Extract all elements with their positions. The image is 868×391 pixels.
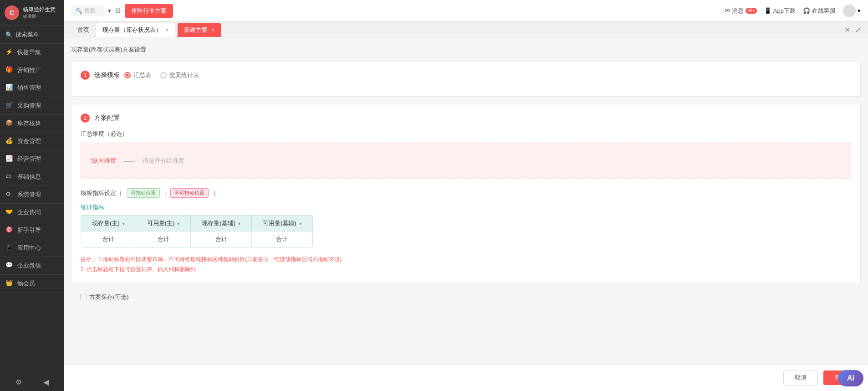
collapse-icon[interactable]: ◀: [43, 378, 49, 386]
tip-1: 1.拖动标题栏可以调整布局，不可跨维度或指标区域拖动栏目(只能在同一维度或指标区…: [98, 256, 342, 262]
sidebar-item-app-center[interactable]: 📱 应用中心: [0, 239, 64, 257]
dropdown-chevron: ▾: [108, 7, 111, 14]
sidebar-item-label: 畅会员: [17, 279, 35, 288]
download-icon: 📱: [764, 7, 771, 14]
radio-cross[interactable]: 交叉统计表: [160, 71, 199, 79]
col4-sub: 合计: [252, 232, 312, 247]
indicator-table: 现存量(主) ▾ 可用量(主) ▾: [81, 215, 313, 247]
sidebar-item-wechat[interactable]: 💬 企业微信: [0, 257, 64, 275]
message-icon: ✉: [725, 7, 730, 14]
trial-btn[interactable]: 体验行业方案: [125, 4, 173, 18]
save-option-area: 方案保存(可选): [71, 288, 861, 307]
messages-label: 消息: [732, 7, 744, 15]
finance-icon: 💰: [5, 137, 14, 145]
indicator-settings-label: 模板指标设定（ 可拖动位置 | 不可拖动位置 ）: [81, 188, 851, 198]
ai-badge[interactable]: Ai: [838, 370, 863, 386]
col-header-1[interactable]: 现存量(主) ▾: [81, 216, 136, 232]
enterprise-icon: 🤝: [5, 208, 14, 216]
col4-label: 可用量(基辅): [263, 219, 296, 227]
search-label: 搜索菜单: [15, 31, 39, 39]
sidebar-item-basic-info[interactable]: 🗂 基础信息: [0, 168, 64, 186]
step2-title: 方案配置: [94, 114, 120, 122]
tips-title-text: 提示：: [81, 256, 97, 262]
sidebar-item-finance[interactable]: 💰 资金管理: [0, 133, 64, 150]
topbar-search[interactable]: 🔍 搜索...: [71, 5, 104, 16]
close-window-btn[interactable]: ✕: [844, 26, 850, 34]
vertical-dimension-label: *纵向维度: [90, 157, 116, 165]
inventory-icon: 📦: [5, 119, 14, 128]
settings-bottom-icon[interactable]: ⚙: [15, 378, 22, 386]
indicator-label-suffix: ）: [213, 189, 219, 197]
sidebar-item-quick-nav[interactable]: ⚡ 快捷导航: [0, 44, 64, 62]
col-header-3[interactable]: 现存量(基辅) ▾: [191, 216, 252, 232]
sidebar-item-label: 销售管理: [17, 84, 41, 92]
purchase-icon: 🛒: [5, 102, 14, 110]
sidebar-item-operations[interactable]: 📈 经营管理: [0, 150, 64, 168]
stats-section-title: 统计指标: [81, 203, 851, 211]
sidebar-item-sales[interactable]: 📊 销售管理: [0, 79, 64, 97]
search-placeholder: 搜索...: [84, 7, 100, 15]
app-download-btn[interactable]: 📱 App下载: [764, 7, 796, 15]
page-title: 现存量(库存状况表)方案设置: [71, 46, 861, 54]
expand-window-btn[interactable]: ⤢: [855, 26, 861, 34]
col-header-4[interactable]: 可用量(基辅) ▾: [252, 216, 312, 232]
messages-badge: 99+: [745, 8, 757, 14]
dimension-drop-area[interactable]: *纵向维度 —— 请选择分组维度: [81, 143, 851, 179]
search-icon: 🔍: [76, 8, 82, 14]
indicator-label-text: 模板指标设定（: [81, 189, 122, 197]
step2-header: 2 方案配置: [81, 113, 851, 123]
step1-title: 选择模板: [94, 71, 120, 79]
step2-card: 2 方案配置 汇总维度（必选） *纵向维度 —— 请选择分组维度 模板指标设定（…: [71, 104, 861, 284]
col2-sub: 合计: [136, 232, 191, 247]
col-header-2[interactable]: 可用量(主) ▾: [136, 216, 191, 232]
step1-header: 1 选择模板 汇总表 交叉统计表: [81, 71, 851, 80]
sidebar-nav: 🔍 搜索菜单 ⚡ 快捷导航 🎁 营销推广 📊 销售管理 🛒 采购管理 📦 库存核…: [0, 26, 64, 373]
save-checkbox-label[interactable]: 方案保存(可选): [80, 293, 129, 301]
sidebar-item-label: 经营管理: [17, 155, 41, 163]
col3-chevron: ▾: [238, 221, 240, 226]
cancel-button[interactable]: 取消: [783, 370, 818, 386]
sidebar-item-marketing[interactable]: 🎁 营销推广: [0, 62, 64, 79]
tab-new-close[interactable]: ×: [211, 27, 214, 33]
save-checkbox[interactable]: [80, 294, 87, 300]
customer-service-label: 在线客服: [812, 7, 836, 15]
sidebar-item-member[interactable]: 👑 畅会员: [0, 275, 64, 293]
basic-info-icon: 🗂: [5, 173, 14, 181]
tab-inventory-status[interactable]: 现存量（库存状况表） ×: [96, 23, 175, 37]
user-profile[interactable]: ▾: [843, 5, 861, 17]
col4-chevron: ▾: [299, 221, 301, 226]
topbar: 🔍 搜索... ▾ ⚙ 体验行业方案 ✉ 消息 99+ 📱 App下载 🎧 在线…: [64, 0, 868, 22]
columns-table: 现存量(主) ▾ 可用量(主) ▾: [81, 216, 312, 247]
col2-label: 可用量(主): [147, 219, 175, 227]
quick-nav-icon: ⚡: [5, 48, 14, 57]
sidebar-search[interactable]: 🔍 搜索菜单: [0, 26, 64, 44]
sales-icon: 📊: [5, 84, 14, 92]
dimension-dash: ——: [123, 158, 135, 165]
radio-cross-dot: [160, 72, 167, 78]
topbar-right: ✉ 消息 99+ 📱 App下载 🎧 在线客服 ▾: [725, 5, 861, 17]
sidebar-item-inventory[interactable]: 📦 库存核算: [0, 115, 64, 133]
sidebar-item-label: 应用中心: [17, 244, 41, 252]
customer-service-btn[interactable]: 🎧 在线客服: [803, 7, 836, 15]
messages-btn[interactable]: ✉ 消息 99+: [725, 7, 757, 15]
sidebar-bottom: ⚙ ◀: [0, 373, 64, 391]
service-icon: 🎧: [803, 7, 810, 14]
sidebar-item-enterprise[interactable]: 🤝 企业协同: [0, 204, 64, 221]
tab-home-label: 首页: [77, 26, 89, 34]
member-icon: 👑: [5, 279, 14, 288]
tab-new-scheme[interactable]: 新建方案 ×: [177, 23, 221, 37]
tab-inventory-close[interactable]: ×: [165, 27, 168, 33]
tab-home[interactable]: 首页: [71, 23, 96, 37]
topbar-dropdown[interactable]: ▾: [108, 7, 111, 14]
sidebar-item-system[interactable]: ⚙ 系统管理: [0, 186, 64, 204]
radio-summary[interactable]: 汇总表: [124, 71, 151, 79]
no-drag-badge: 不可拖动位置: [170, 188, 209, 198]
sidebar-item-newbie[interactable]: 🎯 新手引导: [0, 221, 64, 239]
dimension-placeholder: 请选择分组维度: [143, 157, 184, 165]
topbar-gear-icon[interactable]: ⚙: [115, 6, 121, 15]
col2-chevron: ▾: [177, 221, 179, 226]
main-area: 🔍 搜索... ▾ ⚙ 体验行业方案 ✉ 消息 99+ 📱 App下载 🎧 在线…: [64, 0, 868, 391]
sidebar-item-label: 库存核算: [17, 119, 41, 128]
tip-2: 2. 点击标题栏下拉可设置排序、插入列和删除列: [81, 266, 196, 273]
sidebar-item-purchase[interactable]: 🛒 采购管理: [0, 97, 64, 115]
